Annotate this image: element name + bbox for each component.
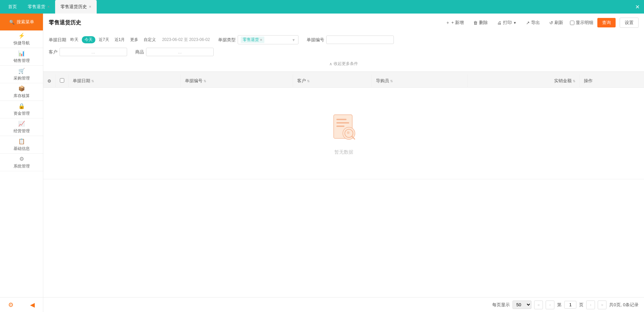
prev-page-button[interactable]: ‹ (546, 300, 554, 309)
tab-retail-return-history-close[interactable]: × (89, 4, 91, 9)
date-btn-more[interactable]: 更多 (128, 36, 140, 43)
sidebar-item-quick-nav[interactable]: ⚡ 快捷导航 (0, 30, 43, 48)
date-btn-1month[interactable]: 近1月 (113, 36, 127, 43)
print-label: 打印 (503, 20, 512, 26)
date-range-display: 2023-06-02 至 2023-06-02 (162, 37, 210, 43)
search-icon: 🔍 (9, 20, 15, 25)
tab-home-label: 首页 (8, 4, 17, 10)
next-page-button[interactable]: › (586, 300, 595, 309)
last-page-button[interactable]: » (598, 300, 606, 309)
select-all-checkbox[interactable] (60, 78, 64, 83)
settings-bottom-icon[interactable]: ⚙ (8, 301, 14, 309)
first-page-button[interactable]: « (534, 300, 543, 309)
new-icon: ＋ (446, 20, 450, 26)
col-guide[interactable]: 导购员 ⇅ (372, 74, 468, 88)
column-setting-icon[interactable]: ⚙ (47, 79, 51, 84)
date-btn-7days[interactable]: 近7天 (97, 36, 111, 43)
type-tag-close[interactable]: × (260, 38, 262, 42)
type-select[interactable]: 零售退货 × ▼ (238, 35, 299, 44)
export-icon: ↗ (526, 20, 530, 25)
sidebar-item-inventory[interactable]: 📦 库存核算 (0, 83, 43, 101)
page-title: 零售退货历史 (49, 19, 81, 26)
number-filter-input[interactable] (326, 36, 394, 44)
customer-filter-input[interactable]: ... (59, 48, 127, 56)
tab-retail-return-history[interactable]: 零售退货历史 × (55, 0, 97, 14)
collapse-button[interactable]: ∧ 收起更多条件 (324, 60, 363, 68)
query-button[interactable]: 查询 (597, 18, 616, 27)
refresh-button[interactable]: ↺ 刷新 (547, 18, 566, 27)
collapse-sidebar-icon[interactable]: ◀ (30, 301, 35, 309)
delete-button[interactable]: 🗑 删除 (471, 18, 491, 27)
table-header: ⚙ 单据日期 ⇅ 单据编号 (43, 74, 644, 88)
sidebar-item-purchase-mgmt-label: 采购管理 (14, 75, 30, 81)
purchase-mgmt-icon: 🛒 (18, 68, 25, 74)
filter-customer: 客户 ... (49, 48, 127, 56)
date-btn-yesterday[interactable]: 昨天 (68, 36, 80, 43)
empty-state-icon (327, 111, 361, 145)
show-detail-checkbox[interactable] (570, 21, 574, 25)
col-customer-sort-icon: ⇅ (307, 79, 310, 83)
tab-home[interactable]: 首页 (3, 0, 22, 14)
col-customer-label: 客户 (297, 78, 306, 84)
goods-placeholder: ... (178, 49, 182, 54)
print-dropdown-icon: ▼ (513, 21, 517, 25)
tab-retail-return-close[interactable]: × (47, 4, 50, 9)
show-detail-toggle[interactable]: 显示明细 (570, 20, 593, 26)
customer-filter-label: 客户 (49, 49, 57, 55)
tab-retail-return[interactable]: 零售退货 × (22, 0, 55, 14)
delete-icon: 🗑 (473, 20, 478, 25)
table-body: 暂无数据 (43, 88, 644, 179)
page-word: 第 (557, 302, 562, 308)
tab-bar: 首页 零售退货 × 零售退货历史 × (3, 0, 630, 14)
col-setting[interactable]: ⚙ (43, 74, 56, 88)
current-page-input[interactable] (564, 301, 576, 309)
col-number[interactable]: 单据编号 ⇅ (181, 74, 293, 88)
export-button[interactable]: ↗ 导出 (523, 18, 543, 27)
print-button[interactable]: 🖨 打印 ▼ (495, 18, 519, 27)
col-action-label: 操作 (584, 78, 593, 83)
col-date[interactable]: 单据日期 ⇅ (69, 74, 181, 88)
finance-icon: 🔒 (18, 103, 25, 109)
col-amount[interactable]: 实销金额 ⇅ (468, 74, 580, 88)
top-bar: 首页 零售退货 × 零售退货历史 × ✕ (0, 0, 644, 14)
sidebar-item-sales-mgmt-label: 销售管理 (14, 58, 30, 64)
sidebar-item-operations[interactable]: 📈 经营管理 (0, 118, 43, 136)
pagination-bar: 每页显示 20 50 100 « ‹ 第 页 › » 共0页, 0条记录 (43, 297, 644, 312)
filter-number: 单据编号 (307, 36, 394, 44)
sidebar-search[interactable]: 🔍 搜索菜单 (0, 14, 43, 30)
export-label: 导出 (531, 20, 540, 26)
filter-row-2: 客户 ... 商品 ... (49, 48, 639, 56)
col-guide-label: 导购员 (376, 78, 389, 84)
tab-retail-return-history-label: 零售退货历史 (61, 4, 87, 10)
new-label: + 新增 (451, 20, 464, 26)
col-number-sort-icon: ⇅ (204, 79, 206, 83)
system-mgmt-icon: ⚙ (19, 156, 24, 162)
date-buttons: 昨天 今天 近7天 近1月 更多 自定义 (68, 36, 158, 43)
page-size-select[interactable]: 20 50 100 (512, 300, 531, 309)
sidebar-item-purchase-mgmt[interactable]: 🛒 采购管理 (0, 66, 43, 83)
date-btn-custom[interactable]: 自定义 (142, 36, 158, 43)
sidebar-item-finance[interactable]: 🔒 资金管理 (0, 101, 43, 118)
goods-filter-input[interactable]: ... (146, 48, 214, 56)
col-date-label: 单据日期 (73, 78, 90, 84)
sidebar-item-basic-info[interactable]: 📋 基础信息 (0, 136, 43, 154)
sidebar-item-basic-info-label: 基础信息 (14, 146, 30, 152)
toolbar: ＋ + 新增 🗑 删除 🖨 打印 ▼ ↗ 导出 (443, 18, 639, 28)
quick-nav-icon: ⚡ (18, 32, 25, 39)
sidebar-item-sales-mgmt[interactable]: 📊 销售管理 (0, 48, 43, 66)
col-checkbox[interactable] (56, 74, 69, 88)
date-btn-today[interactable]: 今天 (82, 36, 95, 43)
window-close-button[interactable]: ✕ (630, 0, 644, 14)
page-title-bar: 零售退货历史 ＋ + 新增 🗑 删除 🖨 打印 ▼ (49, 18, 639, 28)
sidebar-bottom: ⚙ ◀ (0, 297, 43, 312)
print-icon: 🖨 (497, 20, 502, 25)
type-tag-value: 零售退货 (243, 37, 259, 43)
col-customer[interactable]: 客户 ⇅ (293, 74, 372, 88)
total-info: 共0页, 0条记录 (609, 302, 639, 308)
goods-filter-label: 商品 (135, 49, 144, 55)
sidebar-search-label: 搜索菜单 (17, 19, 34, 25)
sidebar-item-system-mgmt[interactable]: ⚙ 系统管理 (0, 154, 43, 171)
new-button[interactable]: ＋ + 新增 (443, 18, 467, 27)
settings-button[interactable]: 设置 (620, 18, 639, 28)
sidebar-item-quick-nav-label: 快捷导航 (14, 40, 30, 46)
